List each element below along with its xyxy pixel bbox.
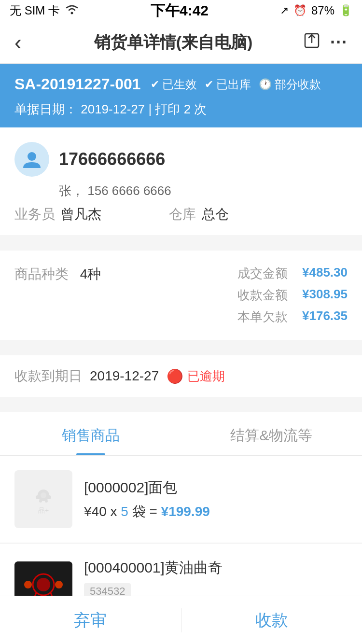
status-effective: ✔ 已生效 bbox=[151, 77, 197, 92]
page-title: 销货单详情(来自电脑) bbox=[94, 31, 253, 54]
order-date-line: 单据日期： 2019-12-27 | 打印 2 次 bbox=[14, 101, 348, 118]
tabs-section: 销售商品 结算&物流等 bbox=[0, 412, 362, 456]
warehouse-item: 仓库 总仓 bbox=[169, 205, 229, 224]
overdue-section: 收款到期日 2019-12-27 🔴 已逾期 bbox=[0, 355, 362, 397]
status-left: 无 SIM 卡 bbox=[10, 3, 79, 18]
product-item-1: 品+ [0000002]面包 ¥40 x 5 袋 = ¥199.99 bbox=[0, 456, 362, 543]
stats-section: 商品种类 4种 成交金额 ¥485.30 收款金额 ¥308.95 本单欠款 ¥… bbox=[0, 251, 362, 340]
clock-icon: 🕐 bbox=[259, 78, 272, 91]
location-icon: ↗ bbox=[280, 4, 289, 17]
product-info-1: [0000002]面包 ¥40 x 5 袋 = ¥199.99 bbox=[84, 478, 348, 521]
more-button[interactable]: ··· bbox=[330, 32, 348, 53]
status-bar: 无 SIM 卡 下午4:42 ↗ ⏰ 87% 🔋 bbox=[0, 0, 362, 21]
svg-point-9 bbox=[45, 500, 48, 503]
stats-left: 商品种类 4种 bbox=[14, 265, 101, 283]
svg-point-8 bbox=[39, 500, 42, 503]
tab-settlement[interactable]: 结算&物流等 bbox=[181, 412, 362, 455]
svg-point-13 bbox=[37, 578, 50, 591]
svg-point-18 bbox=[55, 581, 63, 588]
svg-point-7 bbox=[47, 495, 51, 499]
check-icon-2: ✔ bbox=[205, 78, 213, 91]
tabs-row: 销售商品 结算&物流等 bbox=[0, 412, 362, 456]
stats-right: 成交金额 ¥485.30 收款金额 ¥308.95 本单欠款 ¥176.35 bbox=[237, 265, 348, 325]
share-button[interactable] bbox=[303, 32, 320, 53]
carrier-text: 无 SIM 卡 bbox=[10, 3, 60, 18]
back-button[interactable]: ‹ bbox=[14, 30, 43, 55]
nav-bar: ‹ 销货单详情(来自电脑) ··· bbox=[0, 21, 362, 64]
nav-actions: ··· bbox=[303, 32, 348, 53]
reject-button[interactable]: 弃审 bbox=[0, 600, 181, 641]
collect-button[interactable]: 收款 bbox=[181, 600, 362, 641]
collected-row: 收款金额 ¥308.95 bbox=[237, 287, 348, 304]
customer-section: 17666666666 张， 156 6666 6666 业务员 曾凡杰 仓库 … bbox=[0, 127, 362, 235]
battery-icon: 🔋 bbox=[339, 4, 352, 17]
warning-icon: 🔴 bbox=[167, 368, 183, 384]
svg-point-3 bbox=[28, 152, 36, 161]
status-time: 下午4:42 bbox=[151, 1, 209, 21]
overdue-badge: 🔴 已逾期 bbox=[167, 368, 225, 385]
customer-avatar bbox=[14, 142, 49, 177]
order-number: SA-20191227-001 bbox=[14, 75, 141, 93]
check-icon-1: ✔ bbox=[151, 78, 159, 91]
battery-text: 87% bbox=[311, 4, 334, 17]
svg-point-5 bbox=[41, 492, 46, 498]
svg-point-0 bbox=[71, 12, 73, 14]
product-types: 商品种类 4种 bbox=[14, 265, 101, 283]
salesperson-item: 业务员 曾凡杰 bbox=[14, 205, 101, 224]
product-price-1: ¥40 x 5 袋 = ¥199.99 bbox=[84, 503, 348, 521]
alarm-icon: ⏰ bbox=[293, 4, 306, 17]
svg-text:品+: 品+ bbox=[38, 506, 49, 514]
customer-phone: 17666666666 bbox=[59, 149, 165, 169]
separator-2 bbox=[0, 348, 362, 355]
svg-point-6 bbox=[36, 495, 40, 499]
product-name-1: [0000002]面包 bbox=[84, 478, 348, 498]
tab-sales-products[interactable]: 销售商品 bbox=[0, 412, 181, 455]
customer-info: 张， 156 6666 6666 bbox=[59, 182, 348, 199]
separator-3 bbox=[0, 405, 362, 412]
status-shipped: ✔ 已出库 bbox=[205, 77, 251, 92]
customer-meta: 业务员 曾凡杰 仓库 总仓 bbox=[14, 205, 348, 224]
wifi-icon bbox=[65, 4, 79, 17]
product-image-1: 品+ bbox=[14, 470, 72, 528]
order-header: SA-20191227-001 ✔ 已生效 ✔ 已出库 🕐 部分收款 单据日期：… bbox=[0, 64, 362, 127]
product-name-2: [000400001]黄油曲奇 bbox=[84, 558, 348, 578]
svg-point-17 bbox=[24, 581, 32, 588]
separator-1 bbox=[0, 243, 362, 251]
status-partial: 🕐 部分收款 bbox=[259, 77, 321, 92]
status-right: ↗ ⏰ 87% 🔋 bbox=[280, 4, 352, 17]
deal-amount-row: 成交金额 ¥485.30 bbox=[237, 265, 348, 282]
bottom-bar: 弃审 收款 bbox=[0, 596, 362, 644]
status-tags: ✔ 已生效 ✔ 已出库 🕐 部分收款 bbox=[151, 77, 321, 92]
debt-row: 本单欠款 ¥176.35 bbox=[237, 308, 348, 325]
